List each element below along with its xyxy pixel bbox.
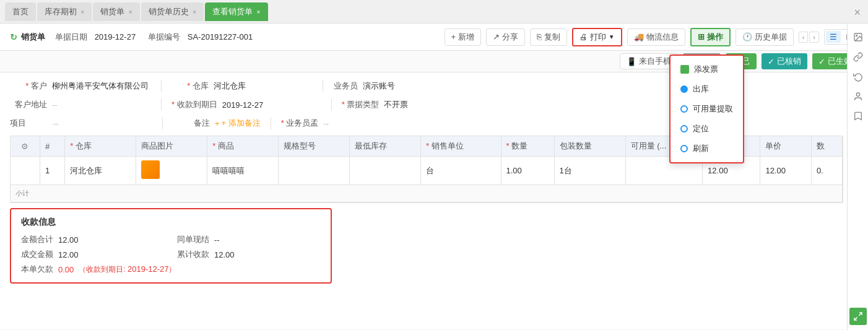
locate-label: 定位 [693,123,709,134]
doc-date-label: 单据日期 2019-12-27 [55,32,136,43]
product-image [141,160,160,179]
locate-item[interactable]: 定位 [671,119,743,139]
tab-sales-order-close[interactable]: × [128,8,132,15]
right-sidebar [847,24,868,329]
arrears-value: 0.00 [58,265,74,274]
logistics-button[interactable]: 🚚 物流信息 [627,28,685,46]
min-stock-column-header: 最低库存 [350,136,421,157]
print-button[interactable]: 🖨 打印 ▼ [572,28,622,46]
total-amount-value: 12.00 [58,235,79,245]
row-warehouse: 河北仓库 [65,157,136,185]
refresh-item[interactable]: 刷新 [671,139,743,158]
row-quantity: 1.00 [501,157,554,185]
unit-price-column-header: 单价 [760,136,812,157]
history-icon: 🕐 [742,32,752,41]
row-pack-qty: 1台 [554,157,625,185]
accumulated-label: 累计收款 [177,249,209,260]
sales-unit-column-header: 销售单位 [421,136,501,157]
salesperson-label: 业务员孟 [281,118,319,129]
due-date-value: 2019-12-27 [222,100,321,110]
list-view-button[interactable]: ☰ [826,31,841,43]
project-label: 项目 [10,118,26,129]
product-img-column-header: 商品图片 [136,136,207,157]
phone-icon: 📱 [627,57,636,66]
outbound-item[interactable]: 出库 [671,79,743,99]
copy-icon: ⎘ [537,32,542,41]
due-date-label: 收款到期日 [171,99,217,110]
add-invoice-label: 添发票 [694,64,718,75]
svg-point-2 [856,93,859,96]
tab-home[interactable]: 首页 [5,2,36,21]
tab-inventory-close[interactable]: × [80,8,84,15]
same-order-row: 同单现结 -- [177,234,321,245]
history-button[interactable]: 🕐 历史单据 [736,28,794,46]
image-icon[interactable] [849,28,867,46]
num-column-header: # [40,136,64,157]
doc-title-text: 销货单 [21,32,45,43]
transaction-amount-row: 成交金额 12.00 [21,249,165,260]
add-invoice-icon [680,65,689,74]
staff-value: 演示账号 [363,80,462,92]
transaction-label: 成交金额 [21,249,53,260]
link-icon[interactable] [849,48,867,66]
prev-button[interactable]: ‹ [799,32,809,43]
share-button[interactable]: ↗ 分享 [486,28,525,46]
bookmark-icon[interactable] [849,108,867,125]
accumulated-value: 12.00 [214,250,235,259]
pack-qty-column-header: 包装数量 [554,136,625,157]
outbound-icon [680,85,688,93]
rotate-icon[interactable] [849,68,867,85]
tab-inventory-label: 库存期初 [45,6,77,17]
accumulated-payment-row: 累计收款 12.00 [177,249,321,260]
add-note-button[interactable]: + + 添加备注 [215,118,261,129]
add-invoice-item[interactable]: 添发票 [671,59,743,79]
tab-sales-history-label: 销货单历史 [149,6,189,17]
user-icon[interactable] [849,88,867,105]
tab-view-sales-close[interactable]: × [256,8,260,15]
tab-view-sales[interactable]: 查看销货单 × [205,2,267,21]
row-min-stock [350,157,421,185]
refresh-icon [680,145,688,152]
same-order-value: -- [214,235,220,245]
operations-icon: ⊞ [698,32,705,41]
salesperson-value: -- [323,119,422,128]
product-column-header: 商品 [207,136,279,157]
print-icon: 🖨 [579,32,588,41]
cancelled-button[interactable]: ✓ 已核销 [762,53,807,69]
address-label: 客户地址 [10,99,47,110]
row-gear[interactable] [11,157,40,185]
copy-button[interactable]: ⎘ 复制 [530,28,567,46]
tab-sales-order-label: 销货单 [100,6,124,17]
navigation-arrows: ‹ › [799,32,819,43]
arrears-label: 本单欠款 [21,264,53,275]
tab-sales-history-close[interactable]: × [193,8,196,15]
total-amount-row: 金额合计 12.00 [21,234,165,245]
tab-sales-order[interactable]: 销货单 × [93,2,139,21]
window-close-button[interactable]: × [854,6,861,19]
operations-button[interactable]: ⊞ 操作 [690,28,731,46]
same-order-label: 同单现结 [177,234,209,245]
tab-inventory-start[interactable]: 库存期初 × [37,2,92,21]
project-value: -- [53,119,152,128]
document-header: ↻ 销货单 单据日期 2019-12-27 单据编号 SA-20191227-0… [0,24,868,51]
document-actions: + 新增 ↗ 分享 ⎘ 复制 🖨 打印 ▼ 🚚 物流信息 ⊞ 操作 🕐 历史单据… [445,28,858,46]
available-qty-icon [680,105,688,113]
next-button[interactable]: › [809,32,819,43]
settings-column-header[interactable]: ⚙ [11,136,40,157]
spec-column-header: 规格型号 [279,136,350,157]
subtotal-label: 小计 [11,185,843,202]
expand-icon[interactable] [849,308,867,325]
operations-dropdown: 添发票 出库 可用量提取 定位 刷新 [669,54,744,163]
new-button[interactable]: + 新增 [445,28,481,46]
available-qty-item[interactable]: 可用量提取 [671,99,743,119]
notes-label: 备注 [173,118,210,129]
customer-value: 柳州粤港平安气体有限公司 [52,80,151,92]
staff-label: 业务员 [333,80,358,92]
amount-column-header: 数 [811,136,842,157]
total-amount-label: 金额合计 [21,234,53,245]
customer-label: 客户 [10,80,47,92]
warehouse-column-header: 仓库 [65,136,136,157]
tab-sales-history[interactable]: 销货单历史 × [141,2,204,21]
plus-icon: + [215,119,220,128]
transaction-value: 12.00 [58,250,79,259]
